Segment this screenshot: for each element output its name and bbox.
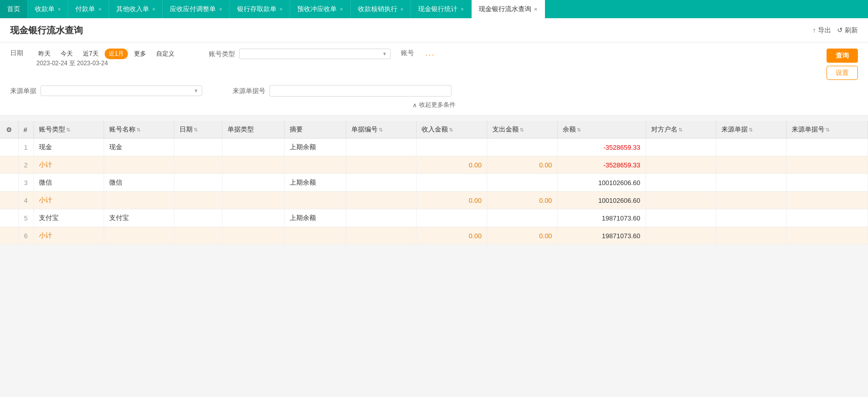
settings-button[interactable]: 设置 <box>827 66 858 80</box>
table-row: 6 小计 0.00 0.00 19871073.60 <box>0 227 868 245</box>
row-number: 2 <box>18 156 33 174</box>
row-source-doc-no <box>786 192 867 209</box>
query-button[interactable]: 查询 <box>827 49 858 63</box>
col-balance[interactable]: 余额⇅ <box>557 121 646 139</box>
row-source-doc-no <box>786 139 867 156</box>
nav-tab-other-income[interactable]: 其他收入单× <box>109 0 163 18</box>
source-doc-filter: 来源单据 ▾ <box>10 85 202 96</box>
row-date <box>174 209 222 227</box>
table-row: 2 小计 0.00 0.00 -3528659.33 <box>0 156 868 174</box>
row-account-type: 小计 <box>33 227 104 245</box>
row-account-name <box>104 192 174 209</box>
row-source-doc <box>716 156 786 174</box>
row-account-name <box>104 156 174 174</box>
source-doc-no-input[interactable] <box>269 85 451 97</box>
col-income[interactable]: 收入金额⇅ <box>417 121 487 139</box>
date-btn-more[interactable]: 更多 <box>130 49 150 59</box>
row-balance: -3528659.33 <box>557 156 646 174</box>
row-date <box>174 139 222 156</box>
export-icon: ↑ <box>813 26 816 34</box>
col-doc-no[interactable]: 单据编号⇅ <box>346 121 417 139</box>
row-source-doc-no <box>786 174 867 192</box>
row-doc-no <box>346 139 417 156</box>
date-btn-7days[interactable]: 近7天 <box>79 49 103 59</box>
row-number: 3 <box>18 174 33 192</box>
refresh-icon: ↺ <box>837 26 843 34</box>
nav-tab-cash-bank-flow[interactable]: 现金银行流水查询× <box>472 0 545 18</box>
date-btn-1month[interactable]: 近1月 <box>105 49 128 59</box>
row-balance: 100102606.60 <box>557 174 646 192</box>
date-btn-today[interactable]: 今天 <box>57 49 77 59</box>
row-date <box>174 192 222 209</box>
row-doc-no <box>346 156 417 174</box>
nav-home[interactable]: 首页 <box>0 0 28 18</box>
export-button[interactable]: ↑ 导出 <box>813 26 832 35</box>
row-balance: 19871073.60 <box>557 227 646 245</box>
row-income: 0.00 <box>417 192 487 209</box>
nav-tab-collection-verify[interactable]: 收款核销执行× <box>351 0 411 18</box>
row-income: 0.00 <box>417 156 487 174</box>
row-gear-cell <box>0 139 18 156</box>
row-counterparty <box>646 156 716 174</box>
row-source-doc-no <box>786 209 867 227</box>
header-actions: ↑ 导出 ↺ 刷新 <box>813 26 858 35</box>
source-doc-select[interactable]: ▾ <box>40 85 202 96</box>
row-source-doc <box>716 174 786 192</box>
col-gear[interactable]: ⚙ <box>0 121 18 139</box>
row-doc-type <box>222 174 284 192</box>
refresh-button[interactable]: ↺ 刷新 <box>837 26 858 35</box>
col-doc-type[interactable]: 单据类型 <box>222 121 284 139</box>
account-ellipsis-button[interactable]: ... <box>425 49 435 58</box>
row-summary <box>284 156 346 174</box>
row-source-doc <box>716 227 786 245</box>
nav-tab-advance-offset[interactable]: 预收冲应收单× <box>290 0 350 18</box>
account-type-filter: 账号类型 ▾ <box>209 49 391 59</box>
row-expense: 0.00 <box>487 156 557 174</box>
nav-tab-payment[interactable]: 付款单× <box>68 0 109 18</box>
row-account-type: 小计 <box>33 156 104 174</box>
row-income <box>417 174 487 192</box>
date-btn-yesterday[interactable]: 昨天 <box>34 49 55 59</box>
row-doc-no <box>346 227 417 245</box>
nav-tab-cash-bank-stats[interactable]: 现金银行统计× <box>411 0 471 18</box>
col-date[interactable]: 日期⇅ <box>174 121 222 139</box>
row-source-doc-no <box>786 156 867 174</box>
row-number: 6 <box>18 227 33 245</box>
row-balance: 100102606.60 <box>557 192 646 209</box>
row-expense <box>487 174 557 192</box>
page-header: 现金银行流水查询 ↑ 导出 ↺ 刷新 <box>0 18 868 42</box>
nav-tab-bank-deposit[interactable]: 银行存取款单× <box>230 0 290 18</box>
row-summary <box>284 227 346 245</box>
gear-icon: ⚙ <box>6 126 12 134</box>
row-source-doc <box>716 139 786 156</box>
date-btn-custom[interactable]: 自定义 <box>152 49 178 59</box>
row-doc-no <box>346 192 417 209</box>
page-title: 现金银行流水查询 <box>10 24 83 36</box>
nav-tab-receivable-adjustment[interactable]: 应收应付调整单× <box>163 0 230 18</box>
row-income <box>417 209 487 227</box>
row-gear-cell <box>0 209 18 227</box>
chevron-up-icon: ∧ <box>413 102 417 109</box>
col-source-doc-no[interactable]: 来源单据号⇅ <box>786 121 867 139</box>
date-range-display: 2023-02-24 至 2023-03-24 <box>36 59 178 68</box>
row-source-doc <box>716 209 786 227</box>
row-income <box>417 139 487 156</box>
col-account-name[interactable]: 账号名称⇅ <box>104 121 174 139</box>
nav-tab-collection[interactable]: 收款单× <box>28 0 68 18</box>
col-account-type[interactable]: 账号类型⇅ <box>33 121 104 139</box>
account-type-label: 账号类型 <box>209 50 235 59</box>
source-doc-no-label: 来源单据号 <box>233 86 265 96</box>
source-doc-no-filter: 来源单据号 <box>233 85 451 97</box>
col-counterparty[interactable]: 对方户名⇅ <box>646 121 716 139</box>
row-counterparty <box>646 192 716 209</box>
account-type-select[interactable]: ▾ <box>239 49 391 59</box>
collapse-filter-bar[interactable]: ∧ 收起更多条件 <box>10 101 858 109</box>
col-expense[interactable]: 支出金额⇅ <box>487 121 557 139</box>
row-date <box>174 156 222 174</box>
row-account-type: 支付宝 <box>33 209 104 227</box>
row-account-name: 现金 <box>104 139 174 156</box>
row-expense: 0.00 <box>487 227 557 245</box>
col-source-doc[interactable]: 来源单据⇅ <box>716 121 786 139</box>
row-counterparty <box>646 174 716 192</box>
col-summary[interactable]: 摘要 <box>284 121 346 139</box>
